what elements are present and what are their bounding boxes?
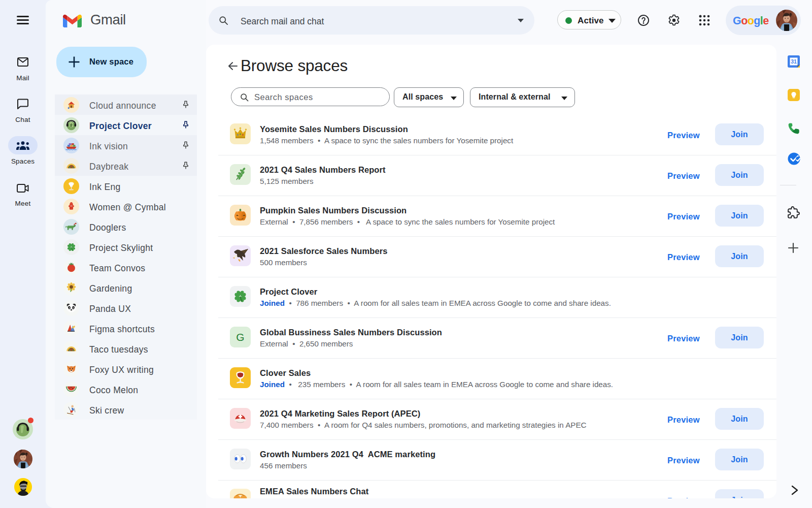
- svg-text:G: G: [236, 331, 244, 343]
- svg-text:31: 31: [791, 58, 797, 65]
